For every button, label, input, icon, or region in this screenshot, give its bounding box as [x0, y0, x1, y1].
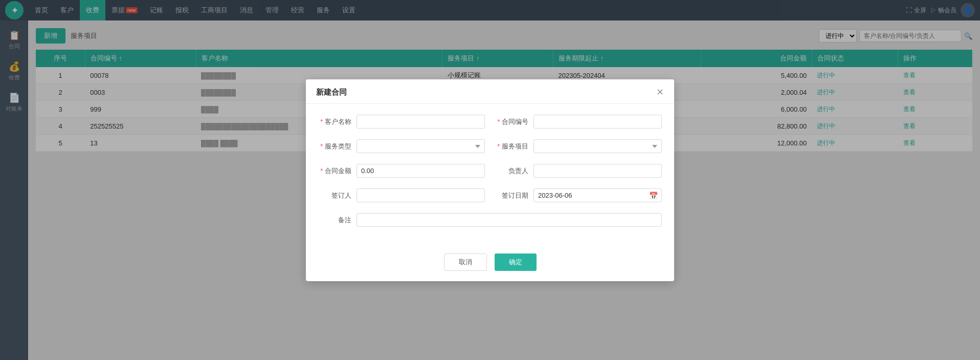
new-contract-modal: 新建合同 ✕ * 客户名称 — [306, 79, 674, 281]
form-group-service-type: * 服务类型 — [318, 139, 485, 154]
modal-overlay: 新建合同 ✕ * 客户名称 — [0, 0, 980, 360]
service-item-label: * 服务项目 — [495, 139, 528, 154]
modal-title: 新建合同 — [316, 88, 347, 97]
service-type-input-cell — [357, 139, 485, 153]
form-group-note: 备注 — [318, 213, 662, 228]
contract-no-input[interactable] — [533, 115, 662, 129]
client-name-input[interactable] — [357, 115, 485, 129]
confirm-button[interactable]: 确定 — [495, 253, 537, 271]
responsible-label: 负责人 — [495, 163, 528, 179]
signer-input-cell — [357, 188, 485, 202]
service-item-input-cell — [533, 139, 662, 153]
form-group-amount: * 合同金额 — [318, 163, 485, 179]
form-group-responsible: 负责人 — [495, 163, 662, 179]
signer-label: 签订人 — [318, 188, 351, 203]
form-row-1: * 客户名称 * 合同编号 — [318, 114, 662, 130]
signer-input[interactable] — [357, 188, 485, 202]
form-row-2: * 服务类型 * 服务项目 — [318, 139, 662, 154]
amount-input-cell — [357, 164, 485, 178]
client-input-cell — [357, 115, 485, 129]
form-group-contract-no: * 合同编号 — [495, 114, 662, 130]
form-group-sign-date: 签订日期 📅 — [495, 188, 662, 203]
form-row-5: 备注 — [318, 213, 662, 228]
service-type-select[interactable] — [357, 139, 485, 153]
responsible-input-cell — [533, 164, 662, 178]
calendar-icon[interactable]: 📅 — [649, 192, 658, 200]
contract-no-input-cell — [533, 115, 662, 129]
form-row-4: 签订人 签订日期 📅 — [318, 188, 662, 203]
cancel-button[interactable]: 取消 — [444, 253, 487, 271]
modal-body: * 客户名称 * 合同编号 — [306, 104, 674, 247]
amount-label: * 合同金额 — [318, 163, 351, 179]
client-label: * 客户名称 — [318, 114, 351, 130]
amount-input[interactable] — [357, 164, 485, 178]
form-group-client: * 客户名称 — [318, 114, 485, 130]
note-input[interactable] — [357, 213, 662, 227]
modal-header: 新建合同 ✕ — [306, 79, 674, 104]
modal-footer: 取消 确定 — [306, 247, 674, 281]
form-group-service-item: * 服务项目 — [495, 139, 662, 154]
form-group-signer: 签订人 — [318, 188, 485, 203]
form-row-3: * 合同金额 负责人 — [318, 163, 662, 179]
close-icon[interactable]: ✕ — [656, 88, 664, 97]
responsible-input[interactable] — [533, 164, 662, 178]
contract-no-label: * 合同编号 — [495, 114, 528, 130]
service-type-label: * 服务类型 — [318, 139, 351, 154]
note-input-cell — [357, 213, 662, 227]
service-item-select[interactable] — [533, 139, 662, 153]
sign-date-label: 签订日期 — [495, 188, 528, 203]
sign-date-input[interactable] — [533, 188, 662, 202]
sign-date-input-cell: 📅 — [533, 188, 662, 202]
note-label: 备注 — [318, 213, 351, 228]
